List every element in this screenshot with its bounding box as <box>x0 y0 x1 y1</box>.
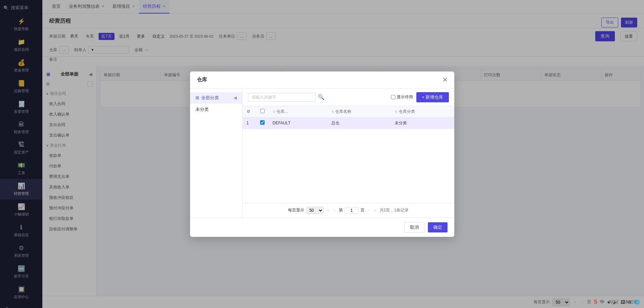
page-size-label: 每页显示 <box>288 207 304 213</box>
modal-last-page[interactable]: » <box>373 207 378 213</box>
modal-confirm-button[interactable]: 确定 <box>428 222 448 232</box>
taskbar-logo: S <box>594 299 597 305</box>
show-disabled-checkbox-label[interactable]: 显示停用 <box>391 94 413 100</box>
modal-close-button[interactable]: ✕ <box>442 76 448 84</box>
modal-col-gear: ⚙ <box>243 106 256 118</box>
modal-page-size-select[interactable]: 50 10 20 100 <box>306 207 324 214</box>
show-disabled-checkbox[interactable] <box>391 95 395 99</box>
modal-table-header-row: ⚙ ⇅ 仓库... ⇅ <box>243 106 454 118</box>
modal-sidebar: ⊞ 全部分类 ◀ 未分类 <box>190 89 243 218</box>
modal-all-cat-label: 全部分类 <box>201 95 219 101</box>
modal-overlay: 仓库 ✕ ⊞ 全部分类 ◀ 未分类 <box>0 0 644 308</box>
modal-footer: 取消 确定 <box>190 218 454 237</box>
modal-col-name: ⇅ 仓库名称 <box>327 106 391 118</box>
taskbar-zh: 中 <box>600 299 604 305</box>
modal-cat-uncategorized[interactable]: 未分类 <box>190 104 242 115</box>
modal-col-check <box>256 106 269 118</box>
taskbar-gear: ⚙ <box>628 300 632 305</box>
modal-row-name: 总仓 <box>327 117 391 129</box>
modal-search-input[interactable] <box>248 93 316 102</box>
modal-gear-icon[interactable]: ⚙ <box>247 109 250 114</box>
taskbar-dot: ● <box>607 300 610 305</box>
taskbar: S 中 ● 🎤 🖼 ⚙ 🌐 <box>589 296 644 308</box>
modal-pagination: 每页显示 50 10 20 100 « ‹ 第 页 › » 共1页，1条记录 <box>243 203 454 218</box>
modal-body: ⊞ 全部分类 ◀ 未分类 🔍 <box>190 89 454 218</box>
modal-toolbar: 🔍 显示停用 + 新增仓库 <box>243 89 454 106</box>
modal-row-checkbox[interactable] <box>256 117 269 129</box>
modal-uncat-label: 未分类 <box>195 106 209 112</box>
modal-search-area: 🔍 <box>248 93 388 102</box>
modal-col-code: ⇅ 仓库... <box>269 106 327 118</box>
modal-row-code: DEFAULT <box>269 117 327 129</box>
modal-prev-page[interactable]: ‹ <box>333 207 337 213</box>
taskbar-mic: 🎤 <box>612 300 618 305</box>
modal-page-input[interactable] <box>345 207 358 214</box>
modal-page-unit: 页 <box>360 207 365 213</box>
modal-row-category: 未分类 <box>391 117 454 129</box>
modal-row-index: 1 <box>243 117 256 129</box>
grid-icon-modal: ⊞ <box>195 95 199 100</box>
taskbar-image: 🖼 <box>621 300 625 305</box>
taskbar-globe: 🌐 <box>635 300 640 305</box>
modal-table-row[interactable]: 1 DEFAULT 总仓 未分类 <box>243 117 454 129</box>
modal-first-page[interactable]: « <box>326 207 331 213</box>
modal-table-wrap: ⚙ ⇅ 仓库... ⇅ <box>243 106 454 203</box>
add-warehouse-button[interactable]: + 新增仓库 <box>416 92 449 102</box>
modal-total-info: 共1页，1条记录 <box>380 207 409 213</box>
modal-cat-all[interactable]: ⊞ 全部分类 ◀ <box>190 92 242 104</box>
modal-main: 🔍 显示停用 + 新增仓库 ⚙ <box>243 89 454 218</box>
modal-page-label: 第 <box>339 207 343 213</box>
warehouse-modal: 仓库 ✕ ⊞ 全部分类 ◀ 未分类 <box>190 71 454 237</box>
modal-next-page[interactable]: › <box>367 207 371 213</box>
modal-row-check[interactable] <box>260 120 265 125</box>
modal-cancel-button[interactable]: 取消 <box>404 222 424 233</box>
modal-search-icon[interactable]: 🔍 <box>318 94 325 100</box>
modal-table: ⚙ ⇅ 仓库... ⇅ <box>243 106 454 129</box>
modal-select-all[interactable] <box>260 109 265 113</box>
modal-collapse-btn[interactable]: ◀ <box>233 95 237 100</box>
modal-col-category: ⇅ 仓库分类 <box>391 106 454 118</box>
modal-header: 仓库 ✕ <box>190 71 454 89</box>
modal-title: 仓库 <box>197 77 207 83</box>
show-disabled-label: 显示停用 <box>397 94 413 100</box>
